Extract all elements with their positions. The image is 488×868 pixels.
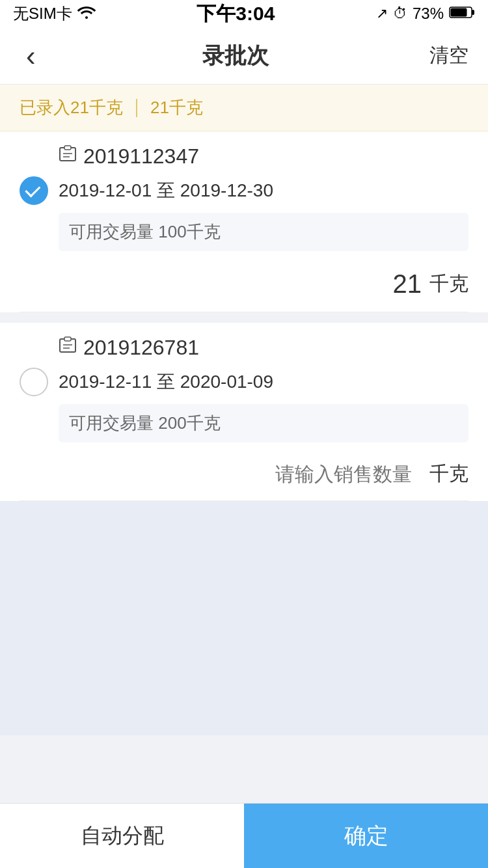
battery-label: 73% (413, 5, 444, 23)
status-bar: 无SIM卡 下午3:04 ↗ ⏱ 73% (0, 0, 488, 27)
alarm-icon: ⏱ (393, 5, 407, 22)
qty-input-2[interactable] (174, 463, 422, 485)
status-left: 无SIM卡 (13, 3, 96, 24)
wifi-icon (77, 5, 96, 23)
batch-icon-1 (59, 145, 77, 168)
auto-distribute-button[interactable]: 自动分配 (0, 804, 244, 868)
batch-amount-unit-1: 千克 (429, 271, 468, 297)
bottom-bar: 自动分配 确定 (0, 803, 488, 868)
info-recorded-label: 已录入21千克 (20, 96, 123, 119)
status-time: 下午3:04 (197, 1, 275, 27)
batch-radio-2[interactable] (20, 368, 48, 396)
batch-id-1: 2019112347 (83, 144, 199, 169)
batch-icon-2 (59, 336, 77, 359)
batch-date-row-1[interactable]: 2019-12-01 至 2019-12-30 (20, 176, 468, 205)
confirm-button[interactable]: 确定 (244, 804, 488, 868)
batch-card-2: 2019126781 2019-12-11 至 2020-01-09 可用交易量… (0, 323, 488, 501)
clear-button[interactable]: 清空 (429, 42, 468, 69)
battery-icon (449, 5, 475, 23)
card-separator-1 (0, 312, 488, 323)
carrier-label: 无SIM卡 (13, 3, 72, 24)
batch-avail-text-2: 可用交易量 200千克 (69, 413, 221, 433)
svg-rect-8 (64, 337, 71, 341)
batch-avail-2: 可用交易量 200千克 (59, 404, 468, 442)
back-button[interactable]: ‹ (20, 33, 42, 79)
svg-rect-1 (472, 10, 474, 15)
info-value: 21千克 (150, 96, 203, 119)
batch-date-1: 2019-12-01 至 2019-12-30 (59, 178, 273, 203)
batch-header-1: 2019112347 (20, 144, 468, 169)
batch-id-2: 2019126781 (83, 336, 199, 360)
page-title: 录批次 (202, 41, 269, 71)
batch-radio-1[interactable] (20, 176, 48, 205)
batch-card-1: 2019112347 2019-12-01 至 2019-12-30 可用交易量… (0, 131, 488, 312)
nav-bar: ‹ 录批次 清空 (0, 27, 488, 85)
batch-date-row-2[interactable]: 2019-12-11 至 2020-01-09 (20, 368, 468, 396)
status-right: ↗ ⏱ 73% (376, 5, 475, 23)
batch-amount-row-1: 21 千克 (20, 262, 468, 312)
bottom-spacer (0, 735, 488, 800)
batch-avail-1: 可用交易量 100千克 (59, 213, 468, 251)
svg-rect-4 (64, 146, 71, 150)
batch-amount-value-1: 21 (393, 269, 422, 299)
svg-rect-2 (450, 8, 467, 17)
batch-input-row-2[interactable]: 千克 (20, 453, 468, 501)
location-icon: ↗ (376, 5, 388, 22)
batch-avail-text-1: 可用交易量 100千克 (69, 222, 221, 241)
info-divider (136, 99, 137, 117)
empty-area (0, 501, 488, 735)
batch-date-2: 2019-12-11 至 2020-01-09 (59, 370, 273, 394)
batch-header-2: 2019126781 (20, 336, 468, 360)
qty-unit-2: 千克 (429, 461, 468, 487)
info-banner: 已录入21千克 21千克 (0, 85, 488, 131)
